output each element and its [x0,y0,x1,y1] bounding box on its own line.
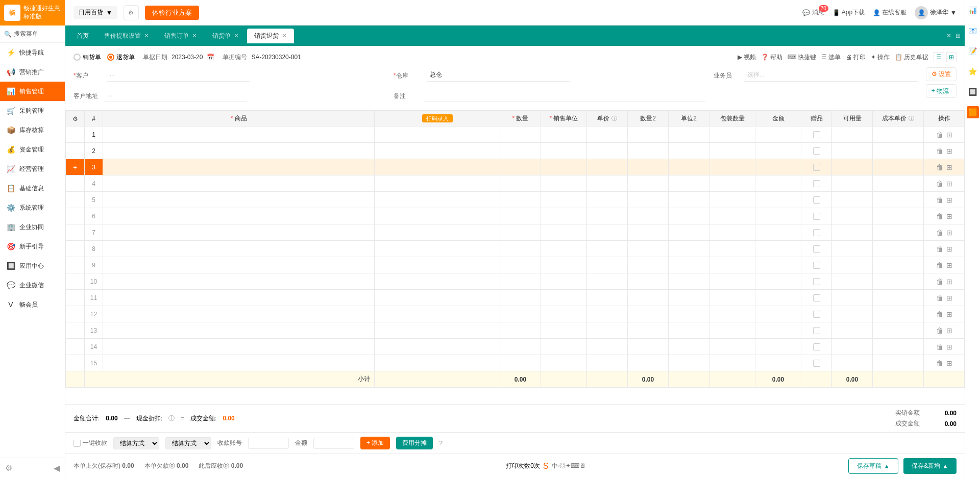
row-avail[interactable] [832,339,873,355]
tab-sale-price-close[interactable]: ✕ [144,32,149,39]
row-gift[interactable] [801,322,832,339]
row-unit[interactable] [541,241,587,257]
row-copy-icon[interactable]: ⊞ [946,245,952,253]
row-qty2[interactable] [628,208,669,224]
row-delete-icon[interactable]: 🗑 [936,326,943,335]
row-unit-active[interactable] [541,159,587,175]
gift-checkbox[interactable] [813,360,820,367]
row-amount[interactable] [755,306,801,322]
row-cost[interactable] [873,306,924,322]
gift-checkbox[interactable] [813,327,820,334]
sidebar-item-guide[interactable]: 🎯 新手引导 [0,237,65,256]
row-price[interactable] [587,339,628,355]
row-qty2[interactable] [628,192,669,208]
row-unit[interactable] [541,290,587,306]
help-button[interactable]: ❓ 帮助 [761,53,782,62]
row-unit2[interactable] [669,175,709,192]
right-btn-5[interactable]: 🔲 [967,86,979,98]
tab-sale-price[interactable]: 售价提取设置 ✕ [97,29,156,43]
th-scan[interactable]: 扫码录入 [375,111,500,127]
row-pack-qty[interactable] [709,339,755,355]
close-window-icon[interactable]: ✕ [946,32,951,39]
row-unit[interactable] [541,355,587,371]
row-amount[interactable] [755,241,801,257]
experience-button[interactable]: 体验行业方案 [145,6,199,20]
row-qty2[interactable] [628,224,669,241]
sidebar-item-inventory[interactable]: 📦 库存核算 [0,120,65,140]
row-cost[interactable] [873,224,924,241]
remark-input[interactable] [424,90,705,102]
row-qty[interactable] [500,175,541,192]
row-unit2[interactable] [669,257,709,273]
row-avail[interactable] [832,192,873,208]
row-pack-qty-active[interactable] [709,159,755,175]
sidebar-search[interactable]: 🔍 搜索菜单 [0,26,65,43]
one-click-payment-checkbox[interactable]: 一键收款 [74,439,107,447]
row-delete-icon[interactable]: 🗑 [936,310,943,318]
row-price-active[interactable] [587,159,628,175]
scan-button[interactable]: 扫码录入 [422,114,453,122]
row-price[interactable] [587,241,628,257]
row-cost[interactable] [873,175,924,192]
user-menu[interactable]: 👤 徐泽华 ▼ [915,6,957,19]
calc-method-select[interactable]: 结算方式 [113,437,159,449]
account-input[interactable] [248,438,289,449]
row-delete-icon[interactable]: 🗑 [936,278,943,286]
sidebar-item-finance[interactable]: 💰 资金管理 [0,140,65,159]
payment-checkbox[interactable] [74,440,81,447]
row-qty[interactable] [500,355,541,371]
row-qty[interactable] [500,224,541,241]
row-delete-icon[interactable]: 🗑 [936,212,943,220]
row-unit[interactable] [541,143,587,159]
row-price[interactable] [587,306,628,322]
tab-sales-return[interactable]: 销货退货 ✕ [247,29,294,43]
row-qty[interactable] [500,208,541,224]
row-pack-qty[interactable] [709,355,755,371]
row-gift-active[interactable] [801,159,832,175]
gift-checkbox[interactable] [813,294,820,301]
row-qty[interactable] [500,241,541,257]
row-unit[interactable] [541,208,587,224]
row-gift[interactable] [801,339,832,355]
row-unit[interactable] [541,306,587,322]
gift-checkbox[interactable] [813,311,820,318]
shortcut-button[interactable]: ⌨ 快捷键 [788,53,816,62]
row-unit2[interactable] [669,355,709,371]
row-pack-qty[interactable] [709,192,755,208]
row-unit2-active[interactable] [669,159,709,175]
gift-checkbox[interactable] [813,131,820,138]
row-price[interactable] [587,355,628,371]
gift-checkbox[interactable] [813,343,820,350]
row-delete-icon[interactable]: 🗑 [936,147,943,155]
row-avail[interactable] [832,224,873,241]
row-product[interactable] [103,241,375,257]
row-avail[interactable] [832,208,873,224]
date-picker-button[interactable]: 📅 [207,54,214,61]
sidebar-item-vip[interactable]: V 畅会员 [0,295,65,314]
tab-sales-delivery[interactable]: 销货单 ✕ [205,29,246,43]
radio-sales[interactable]: 销货单 [74,53,101,62]
maximize-icon[interactable]: ⊞ [955,32,961,39]
row-qty[interactable] [500,322,541,339]
gift-checkbox[interactable] [813,180,820,187]
row-cost[interactable] [873,355,924,371]
sidebar-item-weixin[interactable]: 💬 企业微信 [0,275,65,295]
row-cost[interactable] [873,273,924,290]
row-price[interactable] [587,273,628,290]
row-unit[interactable] [541,273,587,290]
save-new-button[interactable]: 保存&新增 ▲ [903,458,957,474]
row-copy-icon[interactable]: ⊞ [946,180,952,188]
row-unit2[interactable] [669,290,709,306]
row-price[interactable] [587,224,628,241]
row-unit2[interactable] [669,339,709,355]
row-cost[interactable] [873,143,924,159]
row-price[interactable] [587,290,628,306]
tab-sales-return-close[interactable]: ✕ [282,32,287,39]
right-btn-3[interactable]: 📝 [967,45,979,57]
salesperson-input[interactable]: 选择... [744,69,918,82]
row-unit[interactable] [541,339,587,355]
cost-info-icon[interactable]: ⓘ [909,115,914,121]
row-avail[interactable] [832,143,873,159]
notification-button[interactable]: 💬 消息 70 [802,8,824,17]
row-delete-icon[interactable]: 🗑 [936,180,943,188]
